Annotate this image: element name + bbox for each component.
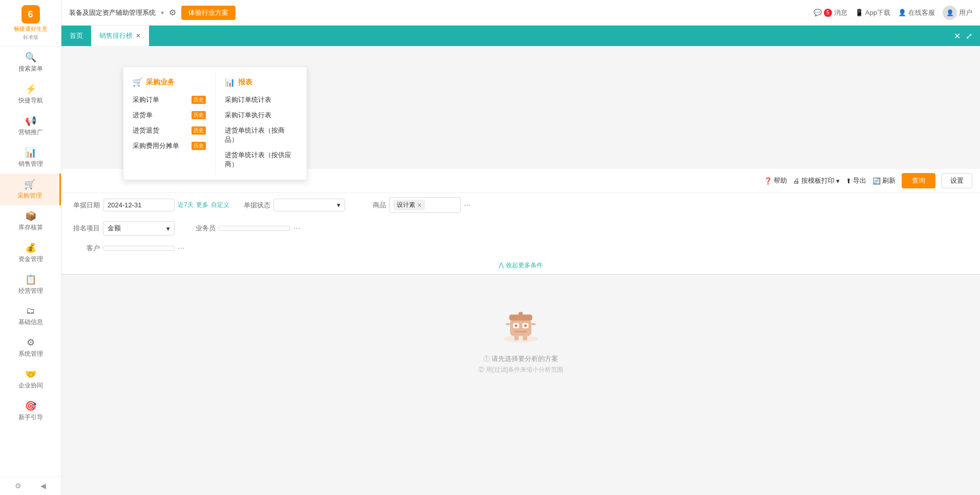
avatar: 👤: [943, 6, 957, 20]
sidebar-bottom: ⚙ ◀: [0, 476, 61, 495]
customer-label: 客户: [69, 244, 100, 253]
filter-rank-field: 排名项目 金额 ▾: [69, 221, 175, 235]
tab-sales-rank[interactable]: 销售排行榜 ✕: [91, 26, 149, 46]
search-icon: 🔍: [25, 52, 36, 63]
settings-bottom-icon[interactable]: ⚙: [15, 482, 22, 490]
content-area: 🛒 采购业务 采购订单 历史 进货单 历史 进货退货 历史 采购费用分摊单: [61, 46, 980, 495]
app-download-action[interactable]: 📱 App下载: [855, 8, 890, 17]
window-resize-icon[interactable]: ⤢: [966, 31, 972, 41]
empty-hint-1: ① 请先选择要分析的方案: [483, 354, 559, 363]
customer-input[interactable]: [103, 246, 175, 251]
sidebar-nav: 🔍搜索菜单⚡快捷导航📢营销推广📊销售管理🛒采购管理📦库存核算💰资金管理📋经营管理…: [0, 47, 61, 476]
shortcut-custom[interactable]: 自定义: [211, 201, 229, 209]
logo-title: 畅捷通好生意: [14, 25, 48, 33]
tabbar: 首页 销售排行榜 ✕ ✕ ⤢: [61, 26, 980, 46]
user-action[interactable]: 👤 用户: [943, 6, 972, 20]
purchase-order-exec-label: 采购订单执行表: [225, 111, 271, 120]
app-download-label: App下载: [865, 8, 890, 17]
message-action[interactable]: 💬 5 消息: [814, 8, 847, 17]
system-label: 系统管理: [18, 350, 43, 358]
online-service-label: 在线客服: [908, 8, 935, 17]
sidebar-item-newbie[interactable]: 🎯新手引导: [0, 395, 61, 427]
print-template-button[interactable]: 🖨 按模板打印 ▾: [793, 176, 840, 185]
dropdown-item-purchase-order-stat[interactable]: 采购订单统计表: [221, 92, 302, 107]
system-icon: ⚙: [27, 337, 35, 348]
tab-home-label: 首页: [70, 31, 83, 40]
purchase-business-col: 🛒 采购业务 采购订单 历史 进货单 历史 进货退货 历史 采购费用分摊单: [123, 72, 215, 175]
purchase-header-label: 采购业务: [146, 78, 175, 87]
filter-customer-field: 客户 ···: [69, 244, 184, 253]
message-label: 消息: [834, 8, 847, 17]
dropdown-item-goods-in[interactable]: 进货单 历史: [129, 107, 210, 123]
collapse-sidebar-icon[interactable]: ◀: [40, 482, 46, 490]
goods-label: 商品: [355, 201, 386, 210]
sidebar-item-system[interactable]: ⚙系统管理: [0, 332, 61, 363]
shortcut-more[interactable]: 更多: [196, 201, 208, 209]
salesman-more-icon[interactable]: ···: [293, 224, 300, 233]
filter-row-3: 客户 ···: [61, 240, 980, 257]
sidebar-item-purchase[interactable]: 🛒采购管理: [0, 174, 61, 205]
dropdown-item-goods-return[interactable]: 进货退货 历史: [129, 123, 210, 138]
filter-row-1: 单据日期 2024-12-31 近7天 更多 自定义 单据状态 ▾: [61, 193, 980, 217]
goods-more-icon[interactable]: ···: [464, 201, 471, 210]
status-input[interactable]: ▾: [273, 199, 345, 211]
sidebar-item-quick-nav[interactable]: ⚡快捷导航: [0, 78, 61, 110]
report-col-header: 📊 报表: [221, 75, 302, 90]
goods-tag-close-icon[interactable]: ✕: [417, 202, 422, 209]
shortcut-7days[interactable]: 近7天: [178, 201, 194, 209]
sidebar-item-basic[interactable]: 🗂基础信息: [0, 300, 61, 332]
tab-window-buttons: ✕ ⤢: [946, 31, 980, 41]
tab-close-icon[interactable]: ✕: [136, 32, 141, 39]
dropdown-item-goods-in-stat-goods[interactable]: 进货单统计表（按商品）: [221, 123, 302, 147]
basic-icon: 🗂: [26, 306, 35, 316]
purchase-dropdown-menu: 🛒 采购业务 采购订单 历史 进货单 历史 进货退货 历史 采购费用分摊单: [123, 67, 307, 180]
svg-rect-5: [524, 325, 527, 327]
settings-button[interactable]: 设置: [942, 173, 972, 188]
online-service-action[interactable]: 👤 在线客服: [898, 8, 935, 17]
dropdown-item-purchase-order-exec[interactable]: 采购订单执行表: [221, 107, 302, 123]
dropdown-item-purchase-fee[interactable]: 采购费用分摊单 历史: [129, 138, 210, 154]
date-input[interactable]: 2024-12-31: [103, 199, 175, 211]
purchase-fee-history-badge: 历史: [191, 142, 206, 150]
empty-state: ① 请先选择要分析的方案 ② 用[过滤]条件来缩小分析范围: [61, 275, 980, 405]
rank-input[interactable]: 金额 ▾: [103, 221, 175, 235]
sidebar-item-finance[interactable]: 💰资金管理: [0, 237, 61, 269]
sidebar-item-search[interactable]: 🔍搜索菜单: [0, 47, 61, 78]
date-shortcuts: 近7天 更多 自定义: [178, 201, 229, 209]
goods-input[interactable]: 设计素 ✕: [389, 197, 461, 213]
dropdown-item-goods-in-stat-supplier[interactable]: 进货单统计表（按供应商）: [221, 147, 302, 172]
svg-rect-9: [515, 336, 519, 340]
refresh-button[interactable]: 🔄 刷新: [872, 176, 896, 185]
customer-more-icon[interactable]: ···: [178, 244, 184, 253]
salesman-input[interactable]: [219, 226, 290, 231]
industry-solution-button[interactable]: 体验行业方案: [181, 6, 236, 20]
newbie-icon: 🎯: [25, 400, 36, 412]
svg-rect-1: [510, 320, 531, 336]
service-icon: 👤: [898, 9, 906, 16]
print-arrow-icon: ▾: [836, 177, 840, 185]
export-button[interactable]: ⬆ 导出: [846, 176, 866, 185]
topbar-settings-icon[interactable]: ⚙: [169, 8, 176, 17]
sidebar-item-inventory[interactable]: 📦库存核算: [0, 205, 61, 237]
query-button[interactable]: 查询: [902, 173, 935, 188]
tab-home[interactable]: 首页: [61, 26, 91, 46]
svg-rect-10: [523, 336, 527, 340]
refresh-icon: 🔄: [872, 177, 881, 185]
purchase-order-label: 采购订单: [133, 95, 159, 104]
dropdown-arrow-icon[interactable]: ▾: [161, 9, 164, 16]
help-button[interactable]: ❓ 帮助: [764, 176, 787, 185]
sidebar-item-marketing[interactable]: 📢营销推广: [0, 110, 61, 142]
filter-date-field: 单据日期 2024-12-31 近7天 更多 自定义: [69, 199, 229, 211]
collapse-button[interactable]: ⋀ 收起更多条件: [61, 257, 980, 274]
sidebar-item-enterprise[interactable]: 🤝企业协同: [0, 363, 61, 395]
sidebar-item-sales[interactable]: 📊销售管理: [0, 142, 61, 174]
collapse-icon: ⋀: [499, 262, 504, 269]
purchase-fee-label: 采购费用分摊单: [133, 141, 179, 150]
sidebar-item-operation[interactable]: 📋经营管理: [0, 269, 61, 300]
dropdown-item-purchase-order[interactable]: 采购订单 历史: [129, 92, 210, 107]
help-icon: ❓: [764, 177, 772, 185]
window-close-icon[interactable]: ✕: [954, 31, 961, 41]
finance-label: 资金管理: [18, 255, 43, 264]
tab-sales-rank-label: 销售排行榜: [99, 31, 133, 40]
refresh-label: 刷新: [882, 176, 896, 185]
